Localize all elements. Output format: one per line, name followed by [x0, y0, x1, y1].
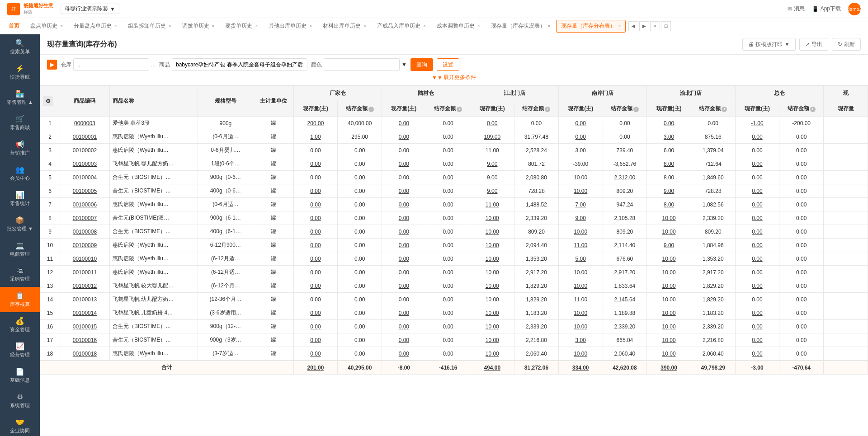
cell-jiangbei-cur[interactable]: 10.00	[470, 252, 514, 266]
expand-conditions-btn[interactable]: ▼▼ 展开更多条件	[432, 74, 476, 81]
cell-factory-cur[interactable]: 0.00	[293, 225, 338, 239]
cell-luodan-cur[interactable]: 0.00	[382, 293, 426, 306]
cell-factory-cur[interactable]: 0.00	[293, 252, 338, 266]
sidebar-item-retail-stats[interactable]: 📊 零售统计	[0, 186, 40, 211]
summary-factory-cur[interactable]: 201.00	[293, 361, 338, 375]
summary-jiangbei-cur[interactable]: 494.00	[470, 361, 514, 375]
cell-jiangbei-cur[interactable]: 10.00	[470, 320, 514, 333]
cell-total-cur[interactable]: 0.00	[735, 225, 779, 239]
summary-nanan-cur[interactable]: 334.00	[558, 361, 603, 375]
tab-inventory-status[interactable]: 现存量（库存状况表） ×	[486, 20, 556, 33]
tab-partial-stock[interactable]: 分量盘点单历史 ×	[69, 20, 122, 33]
cell-factory-cur[interactable]: 0.00	[293, 184, 338, 198]
cell-jiangbei-cur[interactable]: 9.00	[470, 184, 514, 198]
cell-code[interactable]: 00100018	[60, 347, 109, 361]
cell-yubei-cur[interactable]: 10.00	[647, 320, 691, 333]
cell-luodan-cur[interactable]: 0.00	[382, 266, 426, 279]
cell-total-cur[interactable]: 0.00	[735, 144, 779, 157]
cell-luodan-cur[interactable]: 0.00	[382, 279, 426, 293]
cell-jiangbei-cur[interactable]: 10.00	[470, 347, 514, 361]
cell-factory-cur[interactable]: 0.00	[293, 211, 338, 225]
cell-factory-cur[interactable]: 0.00	[293, 198, 338, 211]
cell-luodan-cur[interactable]: 0.00	[382, 225, 426, 239]
cell-jiangbei-cur[interactable]: 10.00	[470, 266, 514, 279]
cell-total-cur[interactable]: -1.00	[735, 117, 779, 130]
cell-nanan-cur[interactable]: 3.00	[558, 333, 603, 347]
total-bal-info[interactable]: i	[810, 107, 816, 112]
cell-code[interactable]: 00100007	[60, 211, 109, 225]
cell-code[interactable]: 00100015	[60, 320, 109, 333]
cell-jiangbei-cur[interactable]: 10.00	[470, 306, 514, 320]
tab-cost-adjust[interactable]: 成本调整单历史 ×	[432, 20, 485, 33]
cell-luodan-cur[interactable]: 0.00	[382, 333, 426, 347]
cell-jiangbei-cur[interactable]: 10.00	[470, 333, 514, 347]
sidebar-item-finance[interactable]: 💰 资金管理	[0, 312, 40, 338]
cell-luodan-cur[interactable]: 0.00	[382, 171, 426, 184]
export-btn[interactable]: ↗ 导出	[799, 38, 828, 51]
cell-code[interactable]: 00100002	[60, 144, 109, 157]
cell-jiangbei-cur[interactable]: 0.00	[470, 117, 514, 130]
cell-code[interactable]: 00100009	[60, 239, 109, 252]
tab-expand-btn[interactable]: ⊡	[661, 21, 671, 31]
industry-selector[interactable]: 母婴行业演示陈套 ▼	[61, 4, 119, 14]
cell-jiangbei-cur[interactable]: 9.00	[470, 171, 514, 184]
cell-luodan-cur[interactable]: 0.00	[382, 184, 426, 198]
sidebar-item-collab[interactable]: 🤝 企业协同	[0, 413, 40, 436]
cell-factory-cur[interactable]: 0.00	[293, 293, 338, 306]
cell-code[interactable]: 00100012	[60, 279, 109, 293]
sidebar-item-system[interactable]: ⚙ 系统管理	[0, 388, 40, 413]
cell-jiangbei-cur[interactable]: 10.00	[470, 225, 514, 239]
cell-luodan-cur[interactable]: 0.00	[382, 320, 426, 333]
sidebar-item-ecommerce[interactable]: 💻 电商管理	[0, 237, 40, 262]
tab-material-out[interactable]: 材料出库单历史 ×	[318, 20, 371, 33]
cell-nanan-cur[interactable]: 10.00	[558, 225, 603, 239]
cell-code[interactable]: 00100013	[60, 293, 109, 306]
cell-factory-cur[interactable]: 0.00	[293, 266, 338, 279]
cell-jiangbei-cur[interactable]: 109.00	[470, 130, 514, 144]
sidebar-item-member[interactable]: 👥 会员中心	[0, 161, 40, 186]
sidebar-item-basic[interactable]: 📄 基础信息	[0, 363, 40, 388]
cell-total-cur[interactable]: 0.00	[735, 279, 779, 293]
cell-jiangbei-cur[interactable]: 11.00	[470, 144, 514, 157]
cell-luodan-cur[interactable]: 0.00	[382, 130, 426, 144]
cell-total-cur[interactable]: 0.00	[735, 211, 779, 225]
warehouse-input[interactable]	[73, 58, 149, 71]
cell-nanan-cur[interactable]: 0.00	[558, 130, 603, 144]
cell-yubei-cur[interactable]: 10.00	[647, 211, 691, 225]
column-settings-icon[interactable]: ⚙	[43, 96, 53, 106]
cell-nanan-cur[interactable]: 7.00	[558, 198, 603, 211]
cell-total-cur[interactable]: 0.00	[735, 171, 779, 184]
cell-code[interactable]: 00100003	[60, 157, 109, 171]
cell-luodan-cur[interactable]: 0.00	[382, 144, 426, 157]
cell-total-cur[interactable]: 0.00	[735, 157, 779, 171]
cell-jiangbei-cur[interactable]: 10.00	[470, 293, 514, 306]
cell-yubei-cur[interactable]: 10.00	[647, 333, 691, 347]
cell-yubei-cur[interactable]: 10.00	[647, 266, 691, 279]
cell-factory-cur[interactable]: 0.00	[293, 171, 338, 184]
cell-yubei-cur[interactable]: 8.00	[647, 157, 691, 171]
cell-luodan-cur[interactable]: 0.00	[382, 347, 426, 361]
cell-yubei-cur[interactable]: 10.00	[647, 225, 691, 239]
cell-yubei-cur[interactable]: 9.00	[647, 239, 691, 252]
cell-factory-cur[interactable]: 200.00	[293, 117, 338, 130]
cell-nanan-cur[interactable]: 10.00	[558, 266, 603, 279]
cell-code[interactable]: 00100001	[60, 130, 109, 144]
cell-factory-cur[interactable]: 0.00	[293, 333, 338, 347]
cell-factory-cur[interactable]: 0.00	[293, 279, 338, 293]
cell-total-cur[interactable]: 0.00	[735, 130, 779, 144]
product-input[interactable]	[172, 58, 307, 71]
cell-code[interactable]: 00100005	[60, 184, 109, 198]
message-btn[interactable]: ✉ 消息	[788, 5, 805, 13]
tab-requisition[interactable]: 要货单历史 ×	[220, 20, 263, 33]
cell-yubei-cur[interactable]: 8.00	[647, 171, 691, 184]
cell-factory-cur[interactable]: 0.00	[293, 144, 338, 157]
print-btn[interactable]: 🖨 按模版打印 ▼	[742, 38, 796, 51]
cell-luodan-cur[interactable]: 0.00	[382, 157, 426, 171]
cell-luodan-cur[interactable]: 0.00	[382, 252, 426, 266]
cell-nanan-cur[interactable]: 10.00	[558, 184, 603, 198]
cell-yubei-cur[interactable]: 0.00	[647, 117, 691, 130]
cell-total-cur[interactable]: 0.00	[735, 252, 779, 266]
cell-total-cur[interactable]: 0.00	[735, 266, 779, 279]
cell-total-cur[interactable]: 0.00	[735, 333, 779, 347]
sidebar-item-wholesale[interactable]: 📦 批发管理 ▼	[0, 211, 40, 237]
